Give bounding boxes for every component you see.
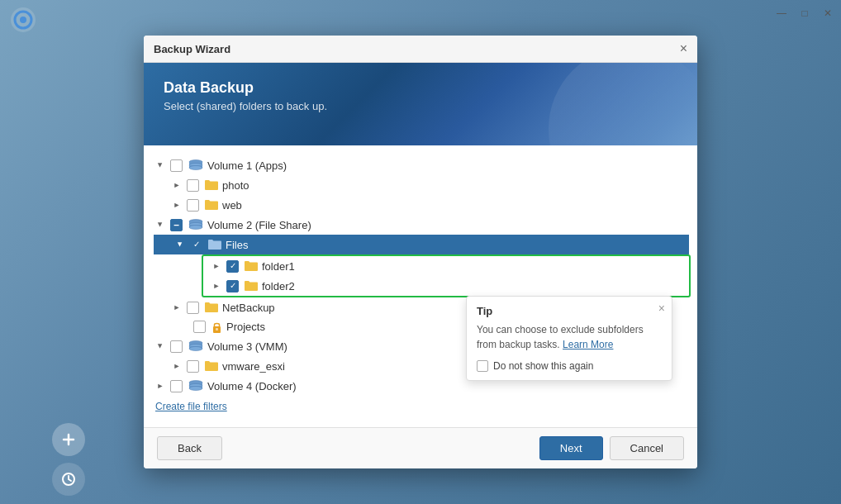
svg-point-15 [189,226,202,230]
maximize-icon[interactable]: □ [798,7,811,20]
tip-do-not-show-checkbox[interactable] [477,360,488,372]
folder-icon-photo [205,179,218,191]
folder-icon-files [208,239,221,250]
tree-item-folder2[interactable]: ► ✓ folder2 [203,276,689,296]
expand-icon-vol1[interactable]: ► [154,159,167,172]
backup-wizard-dialog: Backup Wizard × Data Backup Select (shar… [144,36,697,468]
volume-icon-vol3 [188,340,203,352]
minimize-icon[interactable]: — [775,7,788,20]
back-button[interactable]: Back [157,436,222,460]
label-vol2: Volume 2 (File Share) [207,219,311,231]
expand-icon-folder2[interactable]: ► [210,279,223,292]
label-vol4: Volume 4 (Docker) [207,380,297,392]
volume-icon-vol1 [188,159,203,171]
dialog-header: Data Backup Select (shared) folders to b… [144,63,697,145]
create-file-filters-link[interactable]: Create file filters [144,396,697,417]
svg-point-24 [189,347,202,351]
tree-item-vol2[interactable]: ► – Volume 2 (File Share) [154,215,697,235]
dialog-footer: Back Next Cancel [144,427,697,468]
svg-point-10 [189,166,202,170]
dialog-titlebar: Backup Wizard × [144,36,697,63]
close-window-icon[interactable]: ✕ [821,7,834,20]
desktop: — □ ✕ Backup Wizard × Data Backup Sel [0,0,841,504]
lock-icon-projects [211,321,222,333]
highlight-folder-group: ► ✓ folder1 ► [202,254,691,297]
expand-icon-vol3[interactable]: ► [154,340,167,353]
label-folder1: folder1 [262,260,295,273]
dialog-header-title: Data Backup [164,79,677,97]
svg-rect-19 [216,328,218,330]
checkbox-vmware[interactable] [187,360,199,373]
tip-text: You can choose to exclude subfolders fro… [477,322,662,352]
partial-dash: – [173,220,179,230]
tree-item-web[interactable]: ► web [154,195,697,215]
label-vol1: Volume 1 (Apps) [207,159,287,172]
add-taskbar-icon[interactable] [52,423,85,456]
svg-point-29 [189,387,202,391]
dialog-close-button[interactable]: × [680,42,687,55]
tip-title: Tip [477,305,662,317]
tip-popup: × Tip You can choose to exclude subfolde… [466,296,672,381]
tree-item-folder1[interactable]: ► ✓ folder1 [203,256,689,276]
tip-checkbox-label: Do not show this again [493,360,593,372]
next-button[interactable]: Next [539,436,603,460]
tree-item-photo[interactable]: ► photo [154,175,697,195]
tip-text-content: You can choose to exclude subfolders fro… [477,324,644,350]
history-taskbar-icon[interactable] [52,463,85,496]
label-vmware: vmware_esxi [222,360,285,373]
taskbar [0,0,136,504]
checkbox-folder1[interactable]: ✓ [226,260,239,273]
label-folder2: folder2 [262,280,295,292]
checkbox-vol4[interactable] [170,380,183,392]
label-netbackup: NetBackup [222,302,275,314]
tip-checkbox-row: Do not show this again [477,360,662,372]
checkbox-files[interactable]: ✓ [190,239,202,251]
window-chrome-buttons: — □ ✕ [775,7,834,20]
expand-icon-vmware[interactable]: ► [170,359,183,373]
check-mark-folder2: ✓ [230,282,236,290]
cancel-button[interactable]: Cancel [610,436,684,460]
checkbox-photo[interactable] [187,179,199,192]
checkbox-vol2[interactable]: – [170,219,183,231]
tree-item-files[interactable]: ► ✓ Files [154,235,689,254]
dialog-header-subtitle: Select (shared) folders to back up. [164,100,677,112]
expand-icon-vol4[interactable]: ► [154,379,167,392]
label-files: Files [226,239,248,251]
volume-icon-vol2 [188,219,203,231]
checkbox-folder2[interactable]: ✓ [226,280,239,292]
folder-icon-netbackup [205,302,218,313]
label-vol3: Volume 3 (VMM) [207,340,287,353]
checkbox-vol1[interactable] [170,159,183,172]
folder-icon-folder2 [245,280,258,292]
check-mark-files: ✓ [193,240,200,249]
dialog-body: ► Volume 1 (Apps) [144,145,697,427]
volume-icon-vol4 [188,380,203,392]
label-projects: Projects [226,321,265,333]
expand-icon-netbackup[interactable]: ► [170,301,183,314]
label-photo: photo [222,179,249,192]
folder-icon-folder1 [245,260,258,272]
checkbox-vol3[interactable] [170,340,183,353]
expand-icon-photo[interactable]: ► [170,178,183,192]
tip-close-button[interactable]: × [658,302,665,315]
folder-icon-web [205,199,218,211]
check-mark-folder1: ✓ [230,262,236,270]
expand-icon-web[interactable]: ► [170,198,183,212]
expand-icon-folder1[interactable]: ► [210,259,223,273]
tree-item-vol1[interactable]: ► Volume 1 (Apps) [154,155,697,175]
tip-learn-more-link[interactable]: Learn More [563,339,613,350]
checkbox-projects[interactable] [193,321,206,333]
label-web: web [222,199,242,212]
dialog-title: Backup Wizard [154,43,230,55]
checkbox-web[interactable] [187,199,199,212]
expand-icon-vol2[interactable]: ► [154,218,167,231]
folder-icon-vmware [205,360,218,372]
expand-icon-files[interactable]: ► [173,238,187,251]
checkbox-netbackup[interactable] [187,302,199,314]
